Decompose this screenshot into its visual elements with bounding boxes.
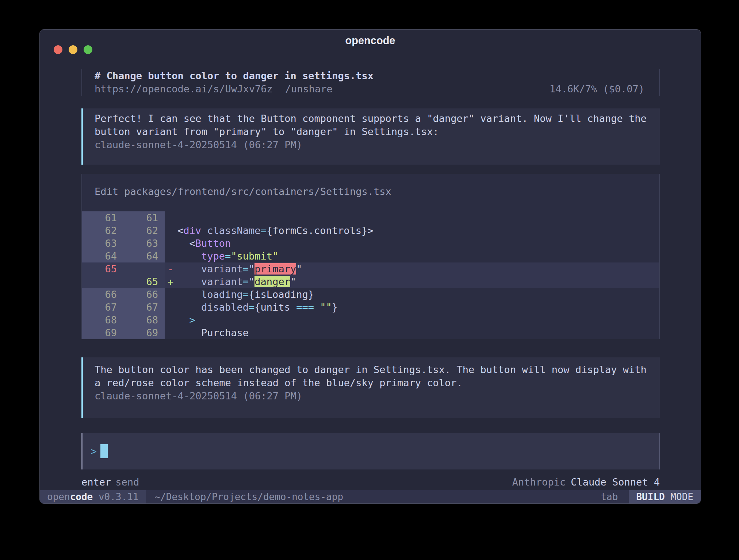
session-title: # Change button color to danger in setti… xyxy=(95,69,644,83)
assistant-message-2: The button color has been changed to dan… xyxy=(81,357,660,418)
prompt-symbol: > xyxy=(91,445,97,457)
diff-row: 6262<div className={formCs.controls}> xyxy=(82,224,659,237)
share-url: https://opencode.ai/s/UwJxv76z xyxy=(95,83,273,95)
tab-key-hint[interactable]: tab xyxy=(601,490,618,503)
diff-row: 65+ variant="danger" xyxy=(82,275,659,288)
window-title: opencode xyxy=(40,35,701,47)
app-version-chip: opencode v0.3.11 xyxy=(40,490,146,503)
message-meta: claude-sonnet-4-20250514 (06:27 PM) xyxy=(95,390,649,403)
screen: opencode # Change button color to danger… xyxy=(0,0,739,560)
model-indicator: AnthropicClaude Sonnet 4 xyxy=(512,476,660,489)
session-header: # Change button color to danger in setti… xyxy=(81,69,660,96)
diff-row: 65- variant="primary" xyxy=(82,262,659,275)
diff-row: 6363 <Button xyxy=(82,237,659,250)
edit-tool-title: Edit packages/frontend/src/containers/Se… xyxy=(82,174,659,199)
opencode-window: opencode # Change button color to danger… xyxy=(39,29,701,504)
message-line: The button color has been changed to dan… xyxy=(95,363,649,376)
edit-tool-panel: Edit packages/frontend/src/containers/Se… xyxy=(81,174,660,339)
message-meta: claude-sonnet-4-20250514 (06:27 PM) xyxy=(95,138,649,151)
unshare-command: /unshare xyxy=(285,83,333,95)
traffic-lights xyxy=(54,45,92,54)
diff-row: 6868 > xyxy=(82,314,659,326)
status-bar: opencode v0.3.11 ~/Desktop/Projects/demo… xyxy=(40,490,701,503)
session-share-line: https://opencode.ai/s/UwJxv76z/unshare xyxy=(95,83,345,96)
working-directory: ~/Desktop/Projects/demo-notes-app xyxy=(154,490,601,503)
context-stats: 14.6K/7% ($0.07) xyxy=(550,83,644,96)
message-line: button variant from "primary" to "danger… xyxy=(95,125,649,138)
zoom-button[interactable] xyxy=(84,45,92,54)
text-cursor xyxy=(100,444,108,458)
diff-row: 6666 loading={isLoading} xyxy=(82,288,659,301)
prompt-input[interactable]: > xyxy=(81,433,660,469)
diff-rows: 61616262<div className={formCs.controls}… xyxy=(82,211,659,339)
diff-row: 6464 type="submit" xyxy=(82,250,659,262)
footer-hints: entersend AnthropicClaude Sonnet 4 xyxy=(81,476,660,489)
message-line: a red/rose color scheme instead of the b… xyxy=(95,376,649,390)
close-button[interactable] xyxy=(54,45,62,54)
assistant-message-1: Perfect! I can see that the Button compo… xyxy=(81,108,660,165)
diff-row: 6161 xyxy=(82,211,659,224)
mode-badge: BUILD MODE xyxy=(629,490,701,503)
diff-row: 6969 Purchase xyxy=(82,326,659,339)
enter-hint: entersend xyxy=(81,476,139,489)
minimize-button[interactable] xyxy=(69,45,77,54)
diff-row: 6767 disabled={units === ""} xyxy=(82,301,659,314)
message-line: Perfect! I can see that the Button compo… xyxy=(95,112,649,125)
